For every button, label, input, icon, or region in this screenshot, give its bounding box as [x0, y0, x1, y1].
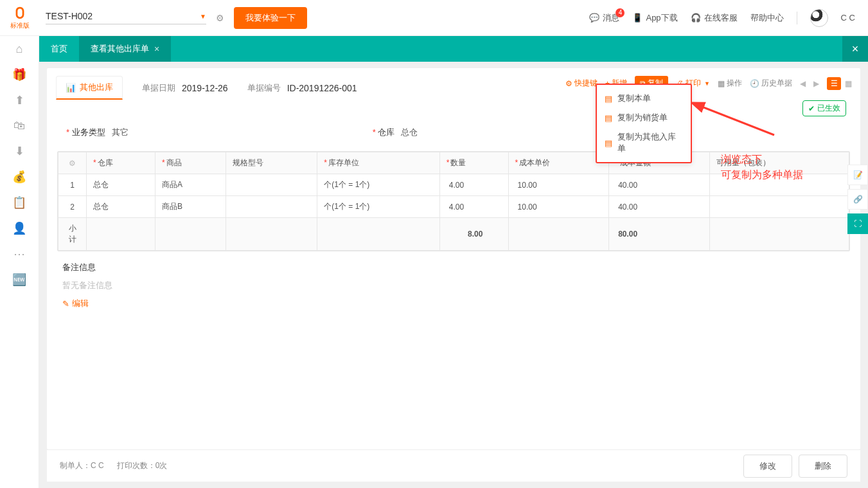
doc-icon: ▤ — [605, 138, 612, 148]
modify-button[interactable]: 修改 — [743, 455, 792, 478]
money-bag-icon[interactable]: 💰 — [12, 170, 26, 184]
user-name[interactable]: C C — [841, 13, 855, 23]
document-footer: 制单人：C C 打印次数：0次 修改 删除 — [47, 449, 860, 482]
table-row[interactable]: 2 总仓 商品B 个(1个 = 1个) 4.00 10.00 40.00 — [58, 196, 849, 218]
brand-logo: 标准版 — [0, 6, 39, 30]
remarks-title: 备注信息 — [62, 262, 845, 273]
remarks-section: 备注信息 暂无备注信息 ✎ 编辑 — [47, 251, 860, 320]
status-text: 已生效 — [817, 103, 840, 114]
subtotal-amount: 80.00 — [609, 218, 710, 251]
delete-button[interactable]: 删除 — [799, 455, 847, 478]
remarks-placeholder: 暂无备注信息 — [62, 280, 845, 291]
edit-remarks-button[interactable]: ✎ 编辑 — [62, 298, 845, 309]
view-toggle: ☰ ▦ — [827, 77, 855, 90]
col-available: 可用量（包装） — [716, 158, 770, 167]
cell-qty: 4.00 — [439, 174, 508, 196]
history-button[interactable]: 🕘历史单据 — [750, 78, 792, 89]
status-badge: ✔ 已生效 — [802, 100, 846, 116]
operate-button[interactable]: ▦操作 — [718, 78, 742, 89]
org-selector[interactable]: TEST-H002 ▼ — [46, 11, 206, 24]
copy-as-sales-item[interactable]: ▤复制为销货单 — [597, 108, 691, 127]
biz-type-field: * 业务类型 其它 — [66, 127, 128, 138]
col-spec: 规格型号 — [233, 158, 263, 167]
table-row[interactable]: 1 总仓 商品A 个(1个 = 1个) 4.00 10.00 40.00 — [58, 174, 849, 196]
user-card-icon[interactable]: 👤 — [12, 221, 26, 235]
doc-title: 其他出库 — [80, 82, 113, 93]
nav-next-icon[interactable]: ▶ — [813, 79, 819, 88]
gift-icon[interactable]: 🎁 — [12, 68, 26, 82]
doc-date-label: 单据日期 — [142, 82, 175, 94]
tab-home[interactable]: 首页 — [39, 36, 79, 62]
house-up-icon[interactable]: ⬆ — [15, 93, 24, 107]
cell-available — [709, 174, 849, 196]
cell-cost-price: 10.00 — [508, 174, 609, 196]
cell-product: 商品B — [155, 196, 226, 218]
left-nav-rail: ⌂ 🎁 ⬆ 🛍 ⬇ 💰 📋 👤 ⋯ 🆕 — [0, 36, 39, 488]
nav-prev-icon[interactable]: ◀ — [800, 79, 806, 88]
help-center-link[interactable]: 帮助中心 — [750, 12, 784, 24]
app-download-label: App下载 — [646, 12, 677, 24]
col-warehouse: 仓库 — [98, 158, 113, 167]
cell-spec — [226, 196, 317, 218]
bag-icon[interactable]: 🛍 — [13, 119, 25, 132]
history-icon: 🕘 — [750, 79, 759, 88]
chevron-down-icon: ▼ — [704, 80, 710, 87]
dots-icon[interactable]: ⋯ — [13, 247, 25, 261]
creator-info: 制单人：C C — [60, 460, 104, 471]
cell-cost-amount: 40.00 — [609, 174, 710, 196]
cell-qty: 4.00 — [439, 196, 508, 218]
shortcuts-button[interactable]: ⚙快捷键 — [565, 78, 598, 89]
copy-this-doc-item[interactable]: ▤复制本单 — [597, 89, 691, 108]
table-settings-icon[interactable]: ⚙ — [58, 152, 87, 174]
cell-cost-amount: 40.00 — [609, 196, 710, 218]
biz-type-value: 其它 — [112, 127, 128, 138]
document-header: 📊 其他出库 单据日期 2019-12-26 单据编号 ID-20191226-… — [47, 68, 860, 107]
tab-view-other-outbound[interactable]: 查看其他出库单 × — [79, 36, 171, 62]
list-view-button[interactable]: ☰ — [827, 77, 841, 90]
cell-product: 商品A — [155, 174, 226, 196]
messages-badge: 4 — [616, 8, 624, 17]
cell-warehouse: 总仓 — [87, 196, 155, 218]
subtotal-qty: 8.00 — [439, 218, 508, 251]
doc-number-label: 单据编号 — [247, 82, 281, 94]
online-support-link[interactable]: 🎧 在线客服 — [691, 12, 738, 24]
close-icon[interactable]: × — [154, 44, 159, 54]
messages-link[interactable]: 💬 消息 4 — [589, 12, 619, 24]
cta-trial-button[interactable]: 我要体验一下 — [234, 7, 307, 29]
settings-gear-icon[interactable]: ⚙ — [216, 13, 224, 23]
top-header: 标准版 TEST-H002 ▼ ⚙ 我要体验一下 💬 消息 4 📱 App下载 … — [0, 0, 868, 36]
cell-available — [709, 196, 849, 218]
tab-current-label: 查看其他出库单 — [91, 43, 149, 55]
warehouse-value: 总仓 — [401, 127, 418, 138]
home-icon[interactable]: ⌂ — [16, 42, 23, 56]
new-icon[interactable]: 🆕 — [12, 273, 26, 287]
link-tool-icon[interactable]: 🔗 — [847, 189, 868, 210]
app-download-link[interactable]: 📱 App下载 — [632, 12, 677, 24]
clipboard-icon[interactable]: 📋 — [12, 195, 26, 210]
edit-label: 编辑 — [72, 298, 89, 309]
col-unit: 库存单位 — [328, 158, 359, 167]
col-cost-price: 成本单价 — [519, 158, 550, 167]
biz-type-label: 业务类型 — [72, 127, 105, 137]
doc-icon: ▤ — [605, 94, 612, 104]
expand-tool-icon[interactable]: ⛶ — [847, 213, 868, 234]
cell-spec — [226, 174, 317, 196]
close-all-tabs-button[interactable]: × — [842, 36, 868, 62]
card-view-button[interactable]: ▦ — [841, 77, 855, 90]
warehouse-label: 仓库 — [378, 127, 394, 137]
row-index: 1 — [58, 174, 87, 196]
cell-unit: 个(1个 = 1个) — [317, 196, 439, 218]
message-icon: 💬 — [589, 13, 599, 23]
copy-dropdown-menu: ▤复制本单 ▤复制为销货单 ▤复制为其他入库单 — [596, 84, 692, 163]
grid-icon: ▦ — [718, 79, 725, 88]
check-circle-icon: ✔ — [808, 104, 815, 113]
gear-icon: ⚙ — [565, 79, 572, 88]
items-table: ⚙ *仓库 *商品 规格型号 *库存单位 *数量 *成本单价 *成本金额 可用量… — [57, 151, 850, 251]
document-form: * 业务类型 其它 * 仓库 总仓 — [47, 107, 860, 146]
document-panel: 📊 其他出库 单据日期 2019-12-26 单据编号 ID-20191226-… — [47, 68, 860, 449]
note-tool-icon[interactable]: 📝 — [847, 165, 868, 185]
copy-as-other-inbound-item[interactable]: ▤复制为其他入库单 — [597, 127, 691, 158]
user-avatar[interactable] — [810, 9, 828, 27]
print-count-info: 打印次数：0次 — [117, 460, 168, 471]
house-down-icon[interactable]: ⬇ — [15, 144, 24, 158]
